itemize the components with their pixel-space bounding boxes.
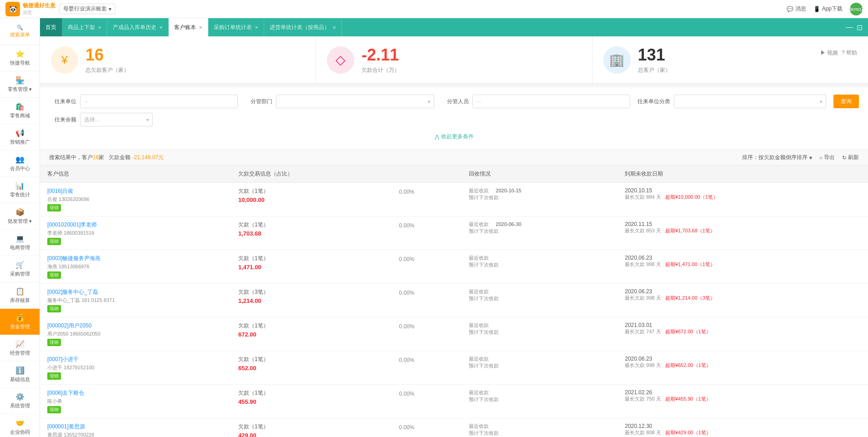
person-input[interactable]: ···	[472, 95, 630, 108]
overdue-amount-link[interactable]: 超期¥429.00（1笔）	[665, 430, 711, 435]
debt-amount: 1,214.00	[238, 297, 385, 304]
overdue-amount-link[interactable]: 超期¥1,703.68（1笔）	[665, 228, 715, 233]
chevron-down-icon: ▾	[109, 6, 111, 12]
sidebar-item-ying-xiao-tui-guang[interactable]: 📢 营销推广	[0, 124, 40, 151]
sidebar-item-ji-chu-xin-xi[interactable]: ℹ️ 基础信息	[0, 362, 40, 388]
export-btn[interactable]: ○ 导出	[819, 154, 835, 161]
close-icon[interactable]: ✕	[332, 25, 336, 30]
sidebar-item-ling-shou-tong-ji[interactable]: 📊 零售统计	[0, 177, 40, 203]
sidebar-item-hui-yuan-zhong-xin[interactable]: 👥 会员中心	[0, 151, 40, 177]
sidebar-item-kuai-jie-dao-hang[interactable]: ⭐ 快捷导航	[0, 45, 40, 71]
sort-selector[interactable]: 排序：按欠款金额倒序排序 ▾	[742, 154, 812, 161]
debt-count: 欠款（1笔）	[238, 389, 385, 397]
customer-name-link[interactable]: [000002]用户2050	[47, 322, 224, 330]
next-payment-label: 预计下次收款	[469, 396, 610, 403]
overdue-amount-link[interactable]: 超期¥672.00（1笔）	[665, 329, 711, 334]
ecommerce-icon: 💻	[15, 234, 25, 243]
tab-minimize-btn[interactable]: —	[846, 23, 853, 31]
sidebar-item-pi-fa-guan-li[interactable]: 📦 批发管理 ▾	[0, 203, 40, 230]
video-btn[interactable]: ▶ 视频	[820, 49, 838, 57]
customer-name-link[interactable]: [0016]吕俊	[47, 187, 224, 195]
cell-customer-info: [0003]畅捷服务尹海燕 海燕 18513066976 现销	[40, 250, 231, 284]
search-button[interactable]: 查询	[833, 95, 859, 108]
recovery-label: 最近收款	[469, 356, 610, 362]
overdue-days: 最长欠款 998 天 超期¥1,214.00（3笔）	[625, 295, 861, 301]
sidebar-item-xi-tong-guan-li[interactable]: ⚙️ 系统管理	[0, 388, 40, 414]
sidebar-item-cai-gou-guan-li[interactable]: 🛒 采购管理	[0, 256, 40, 282]
table-row: [0001020001]李老师 李老师 18600391516 现销 欠款（1笔…	[40, 216, 868, 250]
search-menu-btn[interactable]: 🔍 搜索菜单	[4, 22, 36, 41]
customer-tag: 现销	[47, 339, 61, 346]
tab-purchase-stats[interactable]: 进货单统计表（按商品） ✕	[264, 18, 342, 36]
unit-category-input[interactable]: ▾	[674, 95, 826, 108]
dept-input[interactable]: ▾	[276, 95, 434, 108]
table-header: 客户信息 欠款交易信息（占比） 回收情况 到期未收款日期	[40, 166, 868, 183]
overdue-amount-link[interactable]: 超期¥455.90（1笔）	[665, 396, 711, 402]
filter-row-2: 往来余额 选择... ▾	[49, 113, 859, 126]
overdue-amount-link[interactable]: 超期¥652.00（1笔）	[665, 362, 711, 368]
customer-tag: 现销	[47, 204, 61, 211]
customer-name-link[interactable]: [000001]黄思源	[47, 423, 224, 431]
due-date: 2020.06.23	[625, 288, 861, 295]
customer-tag: 现销	[47, 406, 61, 413]
logo-text: 畅捷通好生意 示范	[23, 2, 55, 16]
cell-customer-info: [0001020001]李老师 李老师 18600391516 现销	[40, 216, 231, 250]
stat-card-total-customers: 🏢 131 总客户（家） ▶ 视频 ? 帮助	[592, 36, 868, 83]
close-icon[interactable]: ✕	[98, 25, 101, 30]
sidebar-item-ling-shou-shang-cheng[interactable]: 🛍️ 零售商城	[0, 98, 40, 124]
cell-debt-ratio: 0.00%	[392, 216, 462, 250]
tab-home[interactable]: 首页	[40, 18, 62, 36]
close-icon[interactable]: ✕	[159, 25, 163, 30]
tab-customer-account[interactable]: 客户账本 ✕	[169, 18, 208, 36]
refresh-icon: ↻	[842, 155, 847, 161]
customer-name-link[interactable]: [0006]去下粮仓	[47, 389, 224, 397]
customer-contact: 吕俊 13026203696	[47, 196, 224, 203]
table-row: [0007]小进千 小进千 18279152100 现销 欠款（1笔） 652.…	[40, 351, 868, 385]
avatar[interactable]: demo2	[850, 3, 863, 15]
export-icon: ○	[819, 155, 823, 161]
balance-input[interactable]: 选择... ▾	[80, 113, 153, 126]
company-selector[interactable]: 母婴行业演示账套 ▾	[59, 4, 115, 14]
customer-name-link[interactable]: [0001020001]李老师	[47, 221, 224, 229]
customer-name-link[interactable]: [0007]小进千	[47, 356, 224, 363]
tab-purchase-order[interactable]: 采购订单统计表 ✕	[208, 18, 264, 36]
close-icon[interactable]: ✕	[255, 25, 258, 30]
star-icon: ⭐	[15, 50, 25, 58]
debt-amount: 455.90	[238, 398, 385, 405]
overdue-amount-link[interactable]: 超期¥1,214.00（3笔）	[665, 295, 715, 301]
stat-actions: ▶ 视频 ? 帮助	[820, 49, 857, 57]
tab-product-history[interactable]: 产成品入库单历史 ✕	[107, 18, 169, 36]
cell-due-date: 2020.12.30 最长欠款 808 天 超期¥429.00（1笔）	[617, 418, 868, 437]
stats-icon: 📊	[15, 181, 25, 190]
sidebar-item-qi-ye-xie-tong[interactable]: 🤝 企业协同	[0, 414, 40, 437]
close-icon[interactable]: ✕	[199, 25, 202, 30]
refresh-btn[interactable]: ↻ 刷新	[842, 154, 859, 161]
overdue-amount-link[interactable]: 超期¥10,000.00（1笔）	[665, 194, 718, 200]
sidebar-item-ku-cun-he-suan[interactable]: 📋 库存核算	[0, 282, 40, 309]
overdue-days: 最长欠款 750 天 超期¥455.90（1笔）	[625, 396, 861, 402]
cell-customer-info: [000001]黄思源 黄思源 13552700226 现销	[40, 418, 231, 437]
customer-contact: 用户2050 18665062050	[47, 331, 224, 337]
sidebar-item-jing-ying-guan-li[interactable]: 📈 经营管理	[0, 335, 40, 362]
stat-label-debt-amount: 欠款合计（万）	[361, 66, 581, 74]
app-download-btn[interactable]: 📱 App下载	[813, 5, 843, 13]
cell-debt-info: 欠款（3笔） 1,214.00	[231, 284, 392, 317]
help-btn[interactable]: ? 帮助	[842, 49, 857, 57]
stats-row: ¥ 16 总欠款客户（家） ◇ -2.11 欠款合计（万）	[40, 36, 868, 84]
overdue-days: 最长欠款 808 天 超期¥429.00（1笔）	[625, 429, 861, 436]
sidebar-item-ling-shou-guan-li[interactable]: 🏪 零售管理 ▾	[0, 71, 40, 98]
cell-recovery: 最近收款 预计下次收款	[462, 317, 617, 351]
customer-name-link[interactable]: [0002]服务中心_丁磊	[47, 288, 224, 296]
overdue-amount-link[interactable]: 超期¥1,471.00（1笔）	[665, 261, 715, 267]
tab-product-shelf[interactable]: 商品上下架 ✕	[62, 18, 107, 36]
message-btn[interactable]: 💬 消息	[787, 5, 806, 13]
sidebar-item-zi-jin-guan-li[interactable]: 💰 资金管理	[0, 309, 40, 335]
cell-customer-info: [0002]服务中心_丁磊 服务中心_丁磊 181 0125 8371 现销	[40, 284, 231, 317]
source-unit-input[interactable]: ···	[80, 95, 238, 108]
sidebar-item-dian-shang-guan-li[interactable]: 💻 电商管理	[0, 230, 40, 256]
tab-maximize-btn[interactable]: ⊡	[857, 23, 863, 32]
debt-amount: 429.00	[238, 432, 385, 437]
collapse-filter-btn[interactable]: ⋀ 收起更多条件	[49, 131, 859, 142]
customer-name-link[interactable]: [0003]畅捷服务尹海燕	[47, 255, 224, 262]
cell-due-date: 2020.06.23 最长欠款 998 天 超期¥1,214.00（3笔）	[617, 284, 868, 317]
